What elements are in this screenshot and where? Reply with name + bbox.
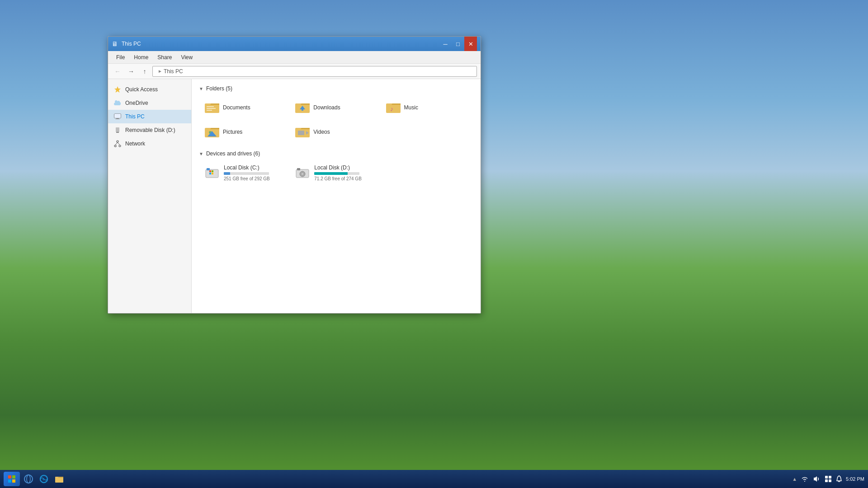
drive-d-info: Local Disk (D:) 71.2 GB free of 274 GB	[314, 164, 362, 181]
folder-grid: Documents Downloads	[199, 96, 473, 143]
folder-videos[interactable]: Videos	[289, 121, 378, 143]
folders-section-header: ▼ Folders (5)	[199, 85, 473, 92]
svg-rect-44	[212, 170, 213, 172]
svg-rect-49	[297, 168, 300, 170]
drives-toggle[interactable]: ▼	[199, 151, 203, 156]
tray-expand[interactable]: ▲	[792, 476, 797, 482]
menu-share[interactable]: Share	[153, 52, 176, 62]
star-icon	[113, 85, 122, 94]
svg-rect-43	[209, 170, 211, 172]
menu-file[interactable]: File	[112, 52, 129, 62]
svg-point-4	[24, 475, 33, 483]
back-button[interactable]: ←	[112, 66, 123, 77]
start-button[interactable]	[4, 472, 20, 486]
svg-rect-1	[12, 475, 15, 479]
svg-point-22	[119, 145, 121, 147]
drive-c-item[interactable]: Local Disk (C:) 251 GB free of 292 GB	[199, 161, 288, 184]
music-label: Music	[404, 104, 418, 111]
svg-rect-10	[825, 476, 828, 479]
sidebar-item-onedrive[interactable]: OneDrive	[108, 96, 191, 110]
drive-d-space: 71.2 GB free of 274 GB	[314, 176, 362, 181]
svg-point-51	[302, 173, 303, 175]
drive-c-name: Local Disk (C:)	[224, 164, 270, 171]
svg-point-21	[114, 145, 116, 147]
svg-rect-0	[8, 475, 11, 479]
taskbar: e ▲ 5:02 PM	[0, 470, 868, 488]
drive-c-info: Local Disk (C:) 251 GB free of 292 GB	[224, 164, 270, 181]
svg-rect-12	[825, 479, 828, 482]
sidebar-removable-label: Removable Disk (D:)	[125, 127, 175, 133]
documents-icon	[204, 99, 220, 116]
sidebar-item-this-pc[interactable]: This PC	[108, 110, 191, 123]
forward-button[interactable]: →	[125, 66, 137, 77]
folder-music[interactable]: ♪ Music	[380, 96, 469, 119]
minimize-button[interactable]: ─	[439, 37, 452, 51]
svg-rect-13	[829, 479, 831, 482]
usb-icon	[113, 126, 122, 134]
network-icon	[113, 140, 122, 148]
close-button[interactable]: ✕	[464, 37, 477, 51]
menu-bar: File Home Share View	[108, 51, 481, 64]
up-button[interactable]: ↑	[139, 66, 151, 77]
taskbar-ie[interactable]: e	[37, 472, 51, 486]
breadcrumb-arrow: ►	[158, 69, 162, 74]
taskbar-edge[interactable]	[22, 472, 35, 486]
music-icon: ♪	[385, 99, 401, 116]
folders-toggle[interactable]: ▼	[199, 86, 203, 91]
taskbar-file-explorer[interactable]	[52, 472, 66, 486]
wifi-icon	[801, 475, 809, 483]
drive-d-item[interactable]: Local Disk (D:) 71.2 GB free of 274 GB	[289, 161, 378, 184]
drives-section-title: Devices and drives (6)	[206, 150, 260, 157]
breadcrumb-thispc: This PC	[164, 68, 183, 75]
folders-section-title: Folders (5)	[206, 85, 232, 92]
drive-c-icon	[204, 165, 220, 181]
svg-rect-19	[116, 132, 119, 133]
svg-rect-18	[116, 127, 119, 132]
file-explorer-window: 🖥 This PC ─ □ ✕ File Home Share View ← →…	[108, 36, 481, 314]
volume-icon	[812, 475, 821, 483]
svg-rect-31	[302, 109, 303, 111]
sidebar-this-pc-label: This PC	[125, 113, 145, 120]
svg-rect-15	[114, 114, 121, 118]
sidebar-onedrive-label: OneDrive	[125, 100, 148, 106]
svg-point-20	[117, 141, 118, 142]
menu-home[interactable]: Home	[129, 52, 153, 62]
svg-rect-17	[115, 119, 120, 119]
svg-rect-3	[12, 479, 15, 483]
sidebar-item-quick-access[interactable]: Quick Access	[108, 83, 191, 96]
videos-icon	[294, 124, 311, 140]
monitor-icon	[113, 113, 122, 121]
drive-c-bar	[224, 172, 230, 175]
drives-grid: Local Disk (C:) 251 GB free of 292 GB	[199, 161, 473, 184]
svg-rect-27	[207, 108, 216, 109]
drive-d-bar	[314, 172, 348, 175]
svg-line-24	[118, 142, 120, 145]
svg-point-5	[27, 475, 30, 483]
folder-downloads[interactable]: Downloads	[289, 96, 378, 119]
folder-documents[interactable]: Documents	[199, 96, 288, 119]
folder-pictures[interactable]: Pictures	[199, 121, 288, 143]
content-pane: ▼ Folders (5) Documents	[192, 79, 481, 313]
maximize-button[interactable]: □	[452, 37, 464, 51]
svg-rect-11	[829, 476, 831, 479]
sidebar-item-network[interactable]: Network	[108, 137, 191, 150]
pictures-label: Pictures	[223, 129, 242, 135]
drive-c-bar-wrap	[224, 172, 269, 175]
grid-icon	[824, 475, 832, 483]
drive-d-name: Local Disk (D:)	[314, 164, 362, 171]
sidebar: Quick Access OneDrive	[108, 79, 192, 313]
pictures-icon	[204, 124, 220, 140]
address-path[interactable]: ► This PC	[152, 66, 477, 77]
cloud-icon	[113, 99, 122, 107]
taskbar-system-tray: ▲ 5:02 PM	[792, 475, 864, 483]
svg-rect-26	[207, 106, 214, 107]
notification-icon	[836, 475, 842, 483]
svg-line-23	[115, 142, 118, 145]
svg-marker-9	[814, 476, 817, 482]
menu-view[interactable]: View	[176, 52, 197, 62]
svg-rect-45	[209, 173, 211, 174]
sidebar-item-removable-disk[interactable]: Removable Disk (D:)	[108, 123, 191, 137]
taskbar-clock[interactable]: 5:02 PM	[846, 476, 864, 482]
sidebar-quick-access-label: Quick Access	[125, 86, 158, 93]
documents-label: Documents	[223, 104, 250, 111]
